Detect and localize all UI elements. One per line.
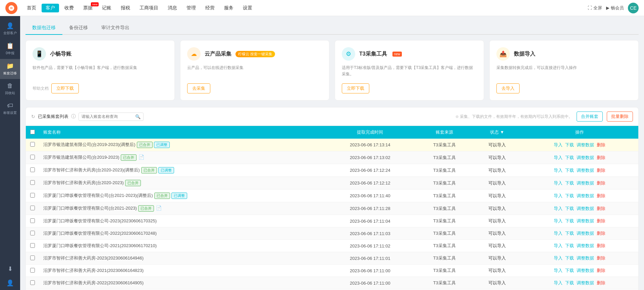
download-link[interactable]: 下载	[565, 243, 574, 248]
row-checkbox[interactable]	[30, 180, 35, 185]
nav-client[interactable]: 客户	[42, 4, 59, 12]
import-link[interactable]: 导入	[554, 231, 562, 236]
row-checkbox[interactable]	[30, 142, 35, 147]
search-input[interactable]	[82, 114, 135, 119]
download-link[interactable]: 下载	[565, 280, 574, 285]
download-link[interactable]: 下载	[565, 206, 574, 211]
adjust-data-link[interactable]: 调整数据	[577, 168, 594, 173]
import-link[interactable]: 导入	[554, 155, 562, 160]
download-link[interactable]: 下载	[565, 180, 574, 186]
delete-link[interactable]: 删除	[597, 243, 605, 248]
refresh-icon[interactable]: ↻	[31, 114, 35, 119]
adjust-data-link[interactable]: 调整数据	[577, 243, 594, 248]
member-btn[interactable]: ▶ 畅会员	[606, 5, 624, 11]
nav-settings[interactable]: 设置	[239, 4, 256, 12]
nav-message[interactable]: 消息	[164, 4, 181, 12]
download-now-btn[interactable]: 立即下载	[51, 83, 79, 93]
help-icon[interactable]: ⓘ	[71, 114, 76, 120]
download-link[interactable]: 下载	[565, 168, 574, 173]
tab-data-migration[interactable]: 数据包迁移	[25, 21, 62, 35]
nav-business[interactable]: 工商项目	[136, 4, 162, 12]
adjust-data-link[interactable]: 调整数据	[577, 231, 594, 236]
row-checkbox[interactable]	[30, 206, 35, 210]
delete-link[interactable]: 删除	[597, 280, 605, 285]
row-checkbox[interactable]	[30, 167, 35, 172]
tab-backup-migration[interactable]: 备份迁移	[62, 21, 95, 35]
sidebar-item-user[interactable]: 👤	[0, 276, 20, 290]
col-status[interactable]: 状态 ▼	[473, 126, 521, 139]
avatar[interactable]: CE	[628, 3, 639, 13]
go-collect-btn[interactable]: 去采集	[187, 83, 210, 93]
nav-service[interactable]: 服务	[220, 4, 237, 12]
nav-manage[interactable]: 管理	[182, 4, 200, 12]
delete-link[interactable]: 删除	[597, 142, 605, 147]
import-link[interactable]: 导入	[554, 168, 562, 173]
app-logo[interactable]	[5, 2, 17, 14]
row-checkbox[interactable]	[30, 231, 35, 235]
download-link[interactable]: 下载	[565, 231, 574, 236]
sidebar-item-report[interactable]: 📋 0申报	[0, 39, 20, 59]
row-checkbox[interactable]	[30, 218, 35, 223]
row-checkbox[interactable]	[30, 243, 35, 248]
delete-link[interactable]: 删除	[597, 155, 605, 160]
delete-link[interactable]: 删除	[597, 231, 605, 236]
nav-operation[interactable]: 经营	[201, 4, 219, 12]
adjust-data-link[interactable]: 调整数据	[577, 193, 594, 198]
download-link[interactable]: 下载	[565, 142, 574, 147]
row-checkbox[interactable]	[30, 256, 35, 260]
row-checkbox[interactable]	[30, 155, 35, 159]
import-link[interactable]: 导入	[554, 142, 562, 147]
download-link[interactable]: 下载	[565, 155, 574, 160]
import-link[interactable]: 导入	[554, 243, 562, 248]
adjust-data-link[interactable]: 调整数据	[577, 142, 594, 147]
fullscreen-btn[interactable]: ⛶ 全屏	[588, 5, 602, 11]
nav-billing[interactable]: 收费	[60, 4, 78, 12]
import-link[interactable]: 导入	[554, 180, 562, 186]
adjust-data-link[interactable]: 调整数据	[577, 180, 594, 186]
sidebar-item-recycle[interactable]: 🗑 回收站	[0, 79, 20, 99]
merge-btn[interactable]: 合并账套	[577, 112, 603, 122]
delete-link[interactable]: 删除	[597, 206, 605, 211]
nav-invoice[interactable]: 票据 new	[79, 4, 97, 12]
delete-link[interactable]: 删除	[597, 218, 605, 223]
delete-link[interactable]: 删除	[597, 193, 605, 198]
import-link[interactable]: 导入	[554, 256, 562, 261]
batch-delete-btn[interactable]: 批量删除	[607, 112, 633, 122]
adjust-data-link[interactable]: 调整数据	[577, 256, 594, 261]
nav-tax[interactable]: 报税	[117, 4, 134, 12]
download-link[interactable]: 下载	[565, 268, 574, 273]
adjust-data-link[interactable]: 调整数据	[577, 206, 594, 211]
row-checkbox[interactable]	[30, 193, 35, 198]
delete-link[interactable]: 删除	[597, 268, 605, 273]
file-icon[interactable]: 📄	[156, 205, 162, 211]
adjust-data-link[interactable]: 调整数据	[577, 155, 594, 160]
delete-link[interactable]: 删除	[597, 168, 605, 173]
sidebar-item-download[interactable]: ⬇	[0, 262, 20, 276]
adjust-data-link[interactable]: 调整数据	[577, 268, 594, 273]
download-link[interactable]: 下载	[565, 256, 574, 261]
sidebar-item-all-clients[interactable]: 👤 全部客户	[0, 19, 20, 39]
row-checkbox[interactable]	[30, 280, 35, 285]
go-import-btn[interactable]: 去导入	[496, 83, 520, 93]
sidebar-item-account-migration[interactable]: 📁 账套迁移	[0, 59, 20, 79]
delete-link[interactable]: 删除	[597, 180, 605, 186]
select-all-checkbox[interactable]	[30, 130, 35, 134]
sidebar-item-tag-settings[interactable]: 🏷 标签设置	[0, 99, 20, 119]
download-link[interactable]: 下载	[565, 193, 574, 198]
import-link[interactable]: 导入	[554, 193, 562, 198]
nav-home[interactable]: 首页	[23, 4, 40, 12]
tab-audit-export[interactable]: 审计文件导出	[95, 21, 136, 35]
import-link[interactable]: 导入	[554, 218, 562, 223]
adjust-data-link[interactable]: 调整数据	[577, 280, 594, 285]
import-link[interactable]: 导入	[554, 206, 562, 211]
file-icon[interactable]: 📄	[139, 154, 144, 160]
adjust-data-link[interactable]: 调整数据	[577, 218, 594, 223]
nav-accounting[interactable]: 记账	[98, 4, 115, 12]
download-link[interactable]: 下载	[565, 218, 574, 223]
search-submit-icon[interactable]: 🔍	[135, 114, 141, 119]
delete-link[interactable]: 删除	[597, 256, 605, 261]
import-link[interactable]: 导入	[554, 280, 562, 285]
row-checkbox[interactable]	[30, 268, 35, 273]
import-link[interactable]: 导入	[554, 268, 562, 273]
help-doc-btn[interactable]: 帮助文档	[33, 86, 49, 91]
